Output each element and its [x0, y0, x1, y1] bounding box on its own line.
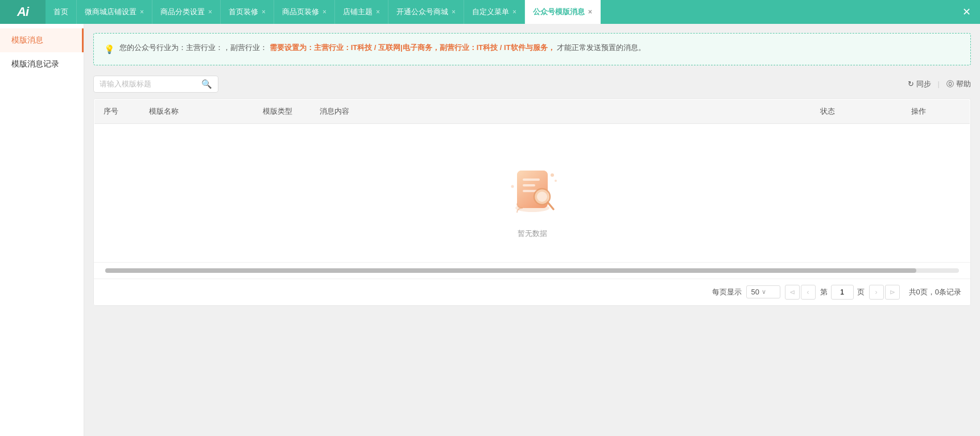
- tab-shop-theme[interactable]: 店铺主题 ×: [335, 0, 388, 24]
- toolbar: 🔍 ↻ 同步 | ⓪ 帮助: [93, 76, 971, 93]
- help-label: 帮助: [956, 79, 971, 89]
- page-first-button[interactable]: ⊲: [785, 285, 800, 300]
- sync-icon: ↻: [908, 80, 914, 88]
- notice-box: 💡 您的公众号行业为：主营行业：，副营行业： 需要设置为：主营行业：IT科技 /…: [93, 33, 971, 65]
- tab-close-template-msg[interactable]: ×: [588, 9, 592, 15]
- notice-icon: 💡: [104, 42, 115, 57]
- tab-close-home-decoration[interactable]: ×: [262, 9, 266, 15]
- page-unit: 页: [857, 287, 865, 297]
- notice-text-container: 您的公众号行业为：主营行业：，副营行业： 需要设置为：主营行业：IT科技 / 互…: [119, 41, 646, 54]
- global-close-button[interactable]: ✕: [953, 0, 980, 24]
- empty-row: 暂无数据: [94, 123, 970, 261]
- svg-point-11: [511, 185, 514, 188]
- page-input-group: 第 页: [820, 285, 865, 300]
- notice-highlight: 需要设置为：主营行业：IT科技 / 互联网|电子商务，副营行业：IT科技 / I…: [270, 43, 555, 52]
- page-prev-button[interactable]: ‹: [801, 285, 816, 300]
- tab-custom-menu[interactable]: 自定义菜单 ×: [464, 0, 525, 24]
- tab-close-category-settings[interactable]: ×: [208, 9, 212, 15]
- tab-close-product-decoration[interactable]: ×: [322, 9, 326, 15]
- empty-illustration: [501, 158, 564, 221]
- page-number-input[interactable]: [831, 285, 854, 300]
- page-size-select[interactable]: 50 ∨: [746, 285, 780, 298]
- tab-label-template-msg: 公众号模版消息: [533, 7, 585, 17]
- table-header-row: 序号模版名称模版类型消息内容状态操作: [94, 99, 970, 123]
- toolbar-right: ↻ 同步 | ⓪ 帮助: [908, 79, 971, 89]
- svg-point-9: [551, 173, 554, 177]
- sidebar: 模版消息模版消息记录: [0, 24, 84, 436]
- top-nav: Ai 首页微商城店铺设置 ×商品分类设置 ×首页装修 ×商品页装修 ×店铺主题 …: [0, 0, 980, 24]
- tab-label-product-decoration: 商品页装修: [282, 7, 319, 17]
- th-type: 模版类型: [254, 99, 311, 123]
- search-input[interactable]: [100, 80, 199, 88]
- app-logo[interactable]: Ai: [0, 0, 46, 24]
- tab-home-decoration[interactable]: 首页装修 ×: [221, 0, 274, 24]
- svg-rect-4: [523, 184, 535, 186]
- sync-label: 同步: [916, 79, 931, 89]
- pagination: 每页显示 50 ∨ ⊲ ‹ 第 页 › ⊳ 共0页: [94, 279, 970, 305]
- table-body: 暂无数据: [94, 123, 970, 261]
- data-table: 序号模版名称模版类型消息内容状态操作: [94, 99, 970, 262]
- tab-close-shop-theme[interactable]: ×: [376, 9, 380, 15]
- help-icon: ⓪: [946, 79, 954, 89]
- scrollbar-track[interactable]: [105, 268, 959, 273]
- tab-label-category-settings: 商品分类设置: [160, 7, 205, 17]
- page-nav-right: › ⊳: [869, 285, 900, 300]
- page-label: 第: [820, 287, 828, 297]
- tab-label-home: 首页: [53, 7, 68, 17]
- tab-shop-settings[interactable]: 微商城店铺设置 ×: [77, 0, 152, 24]
- tab-close-open-mall[interactable]: ×: [452, 9, 456, 15]
- th-status: 状态: [811, 99, 902, 123]
- content-area: 💡 您的公众号行业为：主营行业：，副营行业： 需要设置为：主营行业：IT科技 /…: [84, 24, 980, 436]
- empty-state: 暂无数据: [94, 124, 970, 261]
- empty-text: 暂无数据: [518, 229, 547, 239]
- tab-label-home-decoration: 首页装修: [229, 7, 258, 17]
- notice-suffix: 才能正常发送预置的消息。: [557, 43, 646, 52]
- tab-home[interactable]: 首页: [46, 0, 77, 24]
- scrollbar-row: [94, 262, 970, 279]
- sidebar-item-template-msg[interactable]: 模版消息: [0, 28, 84, 52]
- tab-close-shop-settings[interactable]: ×: [140, 9, 144, 15]
- page-size-chevron-icon: ∨: [762, 288, 766, 296]
- tab-label-shop-theme: 店铺主题: [343, 7, 373, 17]
- svg-rect-3: [523, 178, 540, 181]
- tab-category-settings[interactable]: 商品分类设置 ×: [152, 0, 221, 24]
- tab-close-custom-menu[interactable]: ×: [512, 9, 516, 15]
- sidebar-item-template-record[interactable]: 模版消息记录: [0, 52, 84, 76]
- total-info: 共0页，0条记录: [909, 287, 961, 297]
- main-layout: 模版消息模版消息记录 💡 您的公众号行业为：主营行业：，副营行业： 需要设置为：…: [0, 24, 980, 436]
- page-next-button[interactable]: ›: [869, 285, 884, 300]
- tab-label-open-mall: 开通公众号商城: [396, 7, 448, 17]
- table-head: 序号模版名称模版类型消息内容状态操作: [94, 99, 970, 123]
- svg-point-7: [537, 192, 547, 202]
- th-action: 操作: [902, 99, 970, 123]
- scrollbar-thumb[interactable]: [105, 268, 916, 273]
- sync-button[interactable]: ↻ 同步: [908, 79, 931, 89]
- tab-label-shop-settings: 微商城店铺设置: [85, 7, 137, 17]
- th-seq: 序号: [94, 99, 140, 123]
- tab-open-mall[interactable]: 开通公众号商城 ×: [388, 0, 464, 24]
- page-last-button[interactable]: ⊳: [885, 285, 900, 300]
- search-box[interactable]: 🔍: [93, 76, 218, 93]
- tab-product-decoration[interactable]: 商品页装修 ×: [274, 0, 335, 24]
- help-button[interactable]: ⓪ 帮助: [946, 79, 971, 89]
- th-name: 模版名称: [140, 99, 254, 123]
- th-content: 消息内容: [311, 99, 811, 123]
- notice-prefix: 您的公众号行业为：主营行业：，副营行业：: [119, 43, 267, 52]
- svg-point-10: [555, 180, 557, 182]
- tab-template-msg[interactable]: 公众号模版消息 ×: [525, 0, 601, 24]
- page-nav: ⊲ ‹: [785, 285, 816, 300]
- tab-label-custom-menu: 自定义菜单: [472, 7, 509, 17]
- table-wrapper: 序号模版名称模版类型消息内容状态操作: [93, 98, 971, 306]
- page-size-label: 每页显示: [712, 287, 742, 297]
- tab-list: 首页微商城店铺设置 ×商品分类设置 ×首页装修 ×商品页装修 ×店铺主题 ×开通…: [46, 0, 953, 24]
- toolbar-divider: |: [938, 80, 940, 88]
- search-icon[interactable]: 🔍: [201, 79, 212, 89]
- page-size-value: 50: [751, 288, 759, 296]
